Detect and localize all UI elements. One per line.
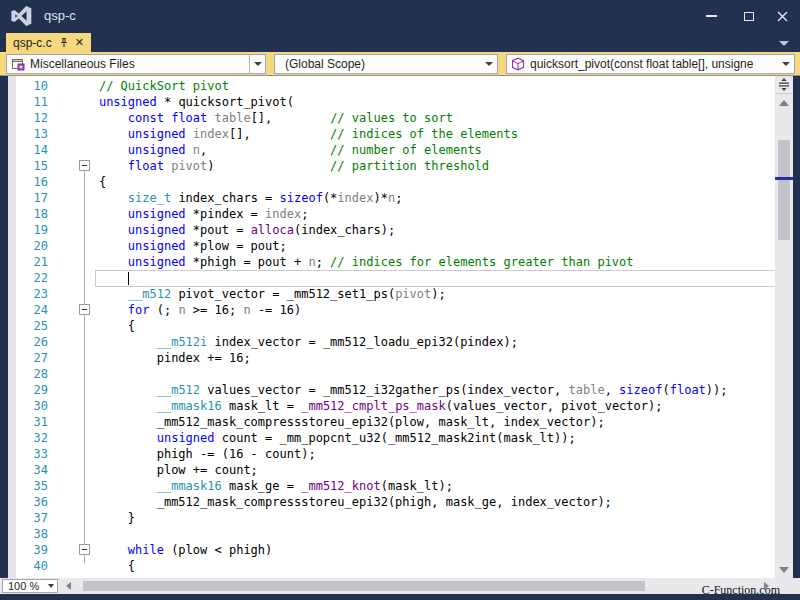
close-button[interactable] bbox=[766, 4, 798, 28]
watermark-text: C-Function.com bbox=[702, 583, 780, 598]
code-editor[interactable]: 1011121314151617181920212223242526272829… bbox=[8, 76, 793, 578]
code-line: __mmask16 mask_lt = _mm512_cmplt_ps_mask… bbox=[70, 398, 728, 414]
line-number-gutter: 1011121314151617181920212223242526272829… bbox=[16, 78, 48, 574]
project-dropdown[interactable]: Miscellaneous Files bbox=[6, 54, 266, 74]
method-icon bbox=[511, 57, 525, 71]
tab-list-dropdown-icon[interactable] bbox=[779, 41, 789, 46]
line-number: 17 bbox=[16, 190, 48, 206]
code-line: __m512 values_vector = _mm512_i32gather_… bbox=[70, 382, 728, 398]
line-number: 20 bbox=[16, 238, 48, 254]
split-editor-handle[interactable] bbox=[775, 76, 793, 94]
project-dropdown-arrow[interactable] bbox=[249, 55, 265, 73]
code-line: pindex += 16; bbox=[70, 350, 728, 366]
maximize-icon bbox=[744, 12, 754, 21]
zoom-level-dropdown[interactable]: 100 % bbox=[2, 579, 58, 593]
pin-icon[interactable] bbox=[58, 37, 69, 48]
scroll-down-arrow-icon[interactable] bbox=[779, 567, 789, 573]
code-line bbox=[70, 270, 728, 286]
code-line: unsigned *phigh = pout + n; // indices f… bbox=[70, 254, 728, 270]
line-number: 37 bbox=[16, 510, 48, 526]
scroll-left-arrow-icon[interactable] bbox=[66, 582, 71, 590]
code-line: for (; n >= 16; n -= 16) bbox=[70, 302, 728, 318]
window-title: qsp-c bbox=[44, 0, 76, 32]
code-line: unsigned index[], // indices of the elem… bbox=[70, 126, 728, 142]
line-number: 30 bbox=[16, 398, 48, 414]
title-bar: qsp-c bbox=[0, 0, 800, 32]
scope-dropdown[interactable]: (Global Scope) bbox=[274, 54, 498, 74]
splitter-icon bbox=[778, 78, 790, 91]
code-line: __m512i index_vector = _mm512_loadu_epi3… bbox=[70, 334, 728, 350]
code-line: phigh -= (16 - count); bbox=[70, 446, 728, 462]
code-line: const float table[], // values to sort bbox=[70, 110, 728, 126]
code-line: // QuickSort pivot bbox=[70, 78, 728, 94]
vs-window: qsp-c qsp-c.c ✕ bbox=[0, 0, 800, 600]
code-line bbox=[70, 366, 728, 382]
line-number: 18 bbox=[16, 206, 48, 222]
line-number: 25 bbox=[16, 318, 48, 334]
navigation-bar: Miscellaneous Files (Global Scope) quick… bbox=[0, 52, 800, 76]
line-number: 39 bbox=[16, 542, 48, 558]
code-line bbox=[70, 526, 728, 542]
line-number: 36 bbox=[16, 494, 48, 510]
tab-qsp-c[interactable]: qsp-c.c ✕ bbox=[6, 33, 91, 52]
code-line: _mm512_mask_compressstoreu_epi32(plow, m… bbox=[70, 414, 728, 430]
code-line: { bbox=[70, 318, 728, 334]
minimize-button[interactable] bbox=[695, 4, 727, 28]
vertical-scrollbar[interactable] bbox=[775, 76, 793, 578]
code-line: while (plow < phigh) bbox=[70, 542, 728, 558]
code-line: _mm512_mask_compressstoreu_epi32(phigh, … bbox=[70, 494, 728, 510]
code-line: unsigned * quicksort_pivot( bbox=[70, 94, 728, 110]
caret-position-marker bbox=[775, 177, 793, 180]
tab-close-icon[interactable]: ✕ bbox=[75, 38, 84, 48]
project-dropdown-value: Miscellaneous Files bbox=[30, 57, 135, 71]
minimize-icon bbox=[706, 15, 717, 17]
horizontal-scrollbar-row: 100 % bbox=[0, 578, 800, 594]
maximize-button[interactable] bbox=[733, 4, 765, 28]
line-number: 10 bbox=[16, 78, 48, 94]
horizontal-scrollbar-thumb[interactable] bbox=[83, 581, 645, 591]
code-line: unsigned count = _mm_popcnt_u32(_mm512_m… bbox=[70, 430, 728, 446]
line-number: 33 bbox=[16, 446, 48, 462]
code-line: unsigned *plow = pout; bbox=[70, 238, 728, 254]
code-line: { bbox=[70, 174, 728, 190]
member-dropdown-arrow[interactable] bbox=[778, 55, 794, 73]
chevron-down-icon bbox=[254, 62, 262, 66]
document-tab-bar: qsp-c.c ✕ bbox=[0, 32, 800, 52]
vertical-scrollbar-thumb[interactable] bbox=[778, 140, 790, 240]
member-dropdown[interactable]: quicksort_pivot(const float table[], uns… bbox=[506, 54, 795, 74]
code-line: size_t index_chars = sizeof(*index)*n; bbox=[70, 190, 728, 206]
code-text-area[interactable]: // QuickSort pivot unsigned * quicksort_… bbox=[70, 78, 728, 574]
scroll-up-arrow-icon[interactable] bbox=[779, 100, 789, 106]
code-line: } bbox=[70, 510, 728, 526]
line-number: 31 bbox=[16, 414, 48, 430]
line-number: 23 bbox=[16, 286, 48, 302]
chevron-down-icon bbox=[48, 584, 54, 588]
line-number: 14 bbox=[16, 142, 48, 158]
miscellaneous-files-icon bbox=[11, 57, 25, 71]
line-number: 38 bbox=[16, 526, 48, 542]
line-number: 11 bbox=[16, 94, 48, 110]
tab-label: qsp-c.c bbox=[13, 36, 52, 50]
chevron-down-icon bbox=[782, 62, 790, 66]
line-number: 35 bbox=[16, 478, 48, 494]
line-number: 34 bbox=[16, 462, 48, 478]
chevron-down-icon bbox=[485, 62, 493, 66]
code-line: plow += count; bbox=[70, 462, 728, 478]
code-line: { bbox=[70, 558, 728, 574]
code-line: float pivot) // partition threshold bbox=[70, 158, 728, 174]
text-caret bbox=[128, 272, 130, 285]
close-icon bbox=[777, 11, 788, 22]
line-number: 24 bbox=[16, 302, 48, 318]
line-number: 32 bbox=[16, 430, 48, 446]
scope-dropdown-arrow[interactable] bbox=[481, 55, 497, 73]
line-number: 21 bbox=[16, 254, 48, 270]
visual-studio-logo-icon bbox=[11, 6, 33, 30]
line-number: 16 bbox=[16, 174, 48, 190]
line-number: 28 bbox=[16, 366, 48, 382]
code-line: unsigned *pindex = index; bbox=[70, 206, 728, 222]
member-dropdown-value: quicksort_pivot(const float table[], uns… bbox=[530, 57, 753, 71]
code-line: __m512 pivot_vector = _mm512_set1_ps(piv… bbox=[70, 286, 728, 302]
code-line: __mmask16 mask_ge = _mm512_knot(mask_lt)… bbox=[70, 478, 728, 494]
line-number: 12 bbox=[16, 110, 48, 126]
code-line: unsigned n, // number of elements bbox=[70, 142, 728, 158]
